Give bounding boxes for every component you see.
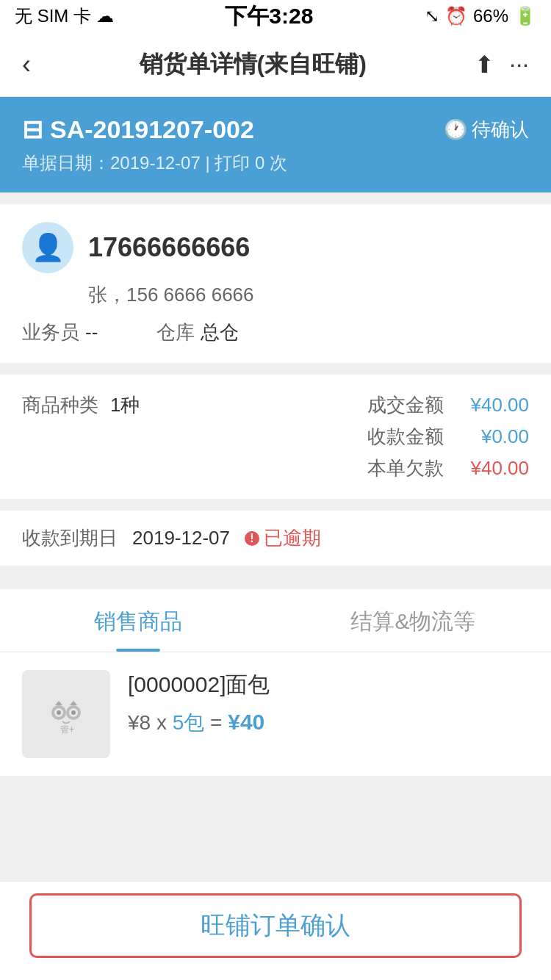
nav-bar: ‹ 销货单详情(来自旺铺) ⬆ ··· bbox=[0, 32, 551, 97]
divider-1 bbox=[0, 363, 551, 375]
collection-label: 收款金额 bbox=[367, 424, 444, 450]
no-sim-text: 无 SIM 卡 ☁ bbox=[15, 4, 114, 28]
overdue-badge: ! 已逾期 bbox=[245, 525, 321, 551]
svg-point-4 bbox=[57, 710, 61, 715]
status-right: ⤡ ⏰ 66% 🔋 bbox=[425, 6, 536, 26]
warehouse-label: 仓库 bbox=[156, 320, 195, 345]
product-logo: 管+ bbox=[44, 692, 88, 736]
tab-settlement[interactable]: 结算&物流等 bbox=[276, 589, 551, 652]
product-price-row: ¥8 x 5包 = ¥40 bbox=[128, 709, 529, 737]
order-status: 🕐 待确认 bbox=[444, 117, 529, 143]
product-info: [0000002]面包 ¥8 x 5包 = ¥40 bbox=[128, 670, 529, 737]
salesperson-value: -- bbox=[85, 321, 98, 344]
status-text: 待确认 bbox=[472, 117, 529, 143]
status-bar: 无 SIM 卡 ☁ 下午3:28 ⤡ ⏰ 66% 🔋 bbox=[0, 0, 551, 32]
product-card: 管+ [0000002]面包 ¥8 x 5包 = ¥40 bbox=[0, 652, 551, 776]
due-date-card: 收款到期日 2019-12-07 ! 已逾期 bbox=[0, 511, 551, 566]
goods-count-value: 1种 bbox=[110, 392, 140, 418]
product-name: [0000002]面包 bbox=[128, 670, 529, 700]
order-id: ⊟ SA-20191207-002 bbox=[22, 115, 254, 144]
location-icon: ⤡ bbox=[425, 6, 439, 26]
product-thumbnail: 管+ bbox=[22, 670, 110, 758]
more-icon[interactable]: ··· bbox=[509, 51, 529, 78]
status-time: 下午3:28 bbox=[225, 1, 313, 32]
due-date-value: 2019-12-07 bbox=[132, 527, 230, 550]
divider-3 bbox=[0, 566, 551, 577]
avatar: 👤 bbox=[22, 222, 73, 273]
order-header-top: ⊟ SA-20191207-002 🕐 待确认 bbox=[22, 115, 529, 144]
tab-sales-goods[interactable]: 销售商品 bbox=[0, 589, 276, 652]
clock-icon: 🕐 bbox=[444, 118, 467, 141]
order-date-info: 单据日期：2019-12-07 | 打印 0 次 bbox=[22, 151, 529, 175]
goods-count-label: 商品种类 bbox=[22, 392, 98, 418]
order-header: ⊟ SA-20191207-002 🕐 待确认 单据日期：2019-12-07 … bbox=[0, 97, 551, 192]
divider-2 bbox=[0, 499, 551, 511]
overdue-icon: ! bbox=[245, 531, 259, 546]
back-button[interactable]: ‹ bbox=[22, 49, 31, 80]
svg-point-5 bbox=[71, 710, 76, 715]
nav-actions: ⬆ ··· bbox=[475, 51, 529, 79]
debt-amount-row: 本单欠款 ¥40.00 bbox=[367, 455, 529, 481]
transaction-label: 成交金额 bbox=[367, 392, 444, 418]
customer-phone: 17666666666 bbox=[88, 232, 250, 263]
bottom-bar: 旺铺订单确认 bbox=[0, 881, 551, 980]
collection-value: ¥0.00 bbox=[481, 425, 529, 448]
customer-meta: 业务员 -- 仓库 总仓 bbox=[22, 320, 529, 345]
page-title: 销货单详情(来自旺铺) bbox=[140, 48, 367, 81]
order-id-text: SA-20191207-002 bbox=[50, 115, 254, 144]
equal-text: = bbox=[204, 711, 228, 734]
svg-text:管+: 管+ bbox=[60, 724, 74, 735]
confirm-order-button[interactable]: 旺铺订单确认 bbox=[29, 893, 522, 958]
salesperson-label: 业务员 bbox=[22, 320, 79, 345]
order-icon: ⊟ bbox=[22, 115, 43, 144]
customer-phone-row: 👤 17666666666 bbox=[22, 222, 529, 273]
salesperson-group: 业务员 -- bbox=[22, 320, 98, 345]
collection-amount-row: 收款金额 ¥0.00 bbox=[367, 424, 529, 450]
avatar-icon: 👤 bbox=[32, 232, 65, 263]
amounts-column: 成交金额 ¥40.00 收款金额 ¥0.00 本单欠款 ¥40.00 bbox=[367, 392, 529, 481]
alarm-icon: ⏰ bbox=[445, 6, 467, 26]
status-left: 无 SIM 卡 ☁ bbox=[15, 4, 114, 28]
battery-icon: 🔋 bbox=[514, 6, 536, 26]
summary-content: 商品种类 1种 成交金额 ¥40.00 收款金额 ¥0.00 本单欠款 ¥40.… bbox=[22, 392, 529, 481]
transaction-amount-row: 成交金额 ¥40.00 bbox=[367, 392, 529, 418]
customer-name: 张，156 6666 6666 bbox=[22, 282, 529, 308]
warehouse-value: 总仓 bbox=[201, 320, 239, 345]
customer-card: 👤 17666666666 张，156 6666 6666 业务员 -- 仓库 … bbox=[0, 204, 551, 363]
total-text: ¥40 bbox=[228, 710, 264, 734]
debt-value: ¥40.00 bbox=[470, 457, 529, 480]
owl-logo-icon: 管+ bbox=[44, 692, 88, 736]
quantity-text: 5包 bbox=[173, 711, 205, 734]
due-date-label: 收款到期日 bbox=[22, 525, 118, 551]
price-text: ¥8 x bbox=[128, 711, 173, 734]
summary-card: 商品种类 1种 成交金额 ¥40.00 收款金额 ¥0.00 本单欠款 ¥40.… bbox=[0, 375, 551, 499]
tabs-container: 销售商品 结算&物流等 bbox=[0, 589, 551, 652]
tab-sales-label: 销售商品 bbox=[94, 609, 182, 633]
overdue-text: 已逾期 bbox=[264, 525, 321, 551]
transaction-value: ¥40.00 bbox=[470, 394, 529, 417]
battery-text: 66% bbox=[473, 6, 508, 26]
warehouse-group: 仓库 总仓 bbox=[156, 320, 239, 345]
tab-settlement-label: 结算&物流等 bbox=[350, 609, 475, 633]
debt-label: 本单欠款 bbox=[367, 455, 444, 481]
share-icon[interactable]: ⬆ bbox=[475, 51, 494, 79]
